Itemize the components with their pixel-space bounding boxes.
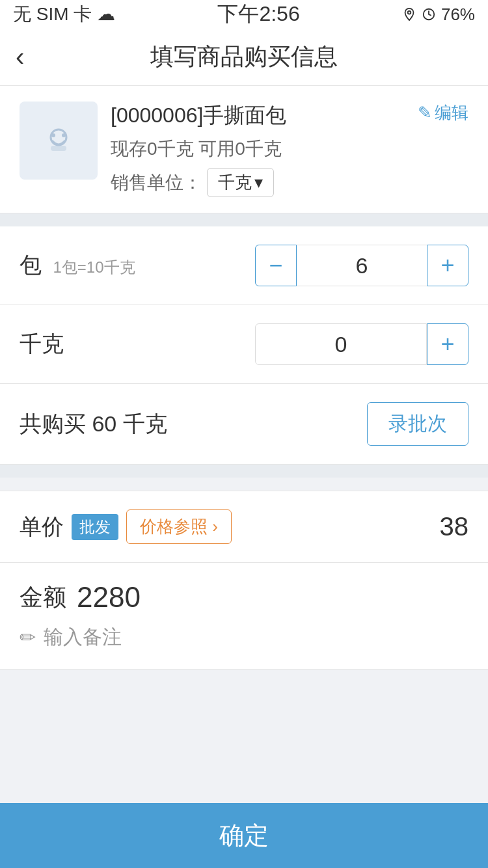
confirm-button[interactable]: 确定	[0, 803, 488, 868]
bao-input[interactable]	[297, 245, 427, 286]
price-value: 38	[440, 512, 469, 541]
kg-label: 千克	[20, 329, 255, 359]
record-batch-button[interactable]: 录批次	[367, 402, 468, 446]
separator-2	[0, 465, 488, 478]
note-icon: ✏	[20, 626, 36, 649]
bao-qty-control: − +	[255, 245, 468, 286]
product-card: [0000006]手撕面包 现存0千克 可用0千克 销售单位： 千克 ▾ ✎ 编…	[0, 86, 488, 213]
product-info: [0000006]手撕面包 现存0千克 可用0千克 销售单位： 千克 ▾	[111, 102, 405, 197]
bao-label: 包 1包=10千克	[20, 251, 255, 280]
kg-input-row: 千克 +	[0, 305, 488, 384]
price-ref-button[interactable]: 价格参照 ›	[126, 509, 232, 544]
battery-label: 76%	[441, 5, 475, 25]
svg-point-3	[62, 133, 66, 137]
amount-value: 2280	[77, 581, 141, 614]
separator-1	[0, 213, 488, 226]
kg-plus-button[interactable]: +	[427, 323, 468, 365]
sim-label: 无 SIM 卡 ☁	[13, 2, 115, 27]
alarm-icon	[422, 7, 436, 21]
kg-input[interactable]	[255, 323, 427, 365]
location-icon	[402, 7, 416, 21]
bao-plus-button[interactable]: +	[427, 245, 468, 286]
product-name: [0000006]手撕面包	[111, 102, 405, 130]
edit-icon: ✎	[418, 103, 432, 123]
note-row[interactable]: ✏ 输入备注	[20, 624, 468, 651]
total-text: 共购买 60 千克	[20, 409, 167, 439]
status-right: 76%	[402, 5, 475, 25]
kg-qty-control: +	[255, 323, 468, 365]
input-section: 包 1包=10千克 − + 千克 +	[0, 226, 488, 384]
bao-input-row: 包 1包=10千克 − +	[0, 226, 488, 305]
price-row: 单价 批发 价格参照 › 38	[20, 509, 468, 544]
price-section: 单价 批发 价格参照 › 38	[0, 491, 488, 563]
bao-minus-button[interactable]: −	[255, 245, 297, 286]
unit-label: 销售单位：	[111, 170, 202, 195]
svg-point-2	[51, 133, 55, 137]
bao-sub: 1包=10千克	[53, 258, 135, 276]
product-unit-row: 销售单位： 千克 ▾	[111, 168, 405, 197]
svg-rect-4	[51, 146, 66, 151]
price-label: 单价 批发 价格参照 ›	[20, 509, 232, 544]
total-row: 共购买 60 千克 录批次	[0, 384, 488, 465]
amount-row: 金额 2280	[20, 581, 468, 614]
note-placeholder: 输入备注	[44, 624, 122, 651]
back-button[interactable]: ‹	[16, 42, 24, 72]
amount-label: 金额	[20, 582, 66, 614]
edit-label: 编辑	[435, 102, 468, 124]
status-bar: 无 SIM 卡 ☁ 下午2:56 76%	[0, 0, 488, 29]
product-stock: 现存0千克 可用0千克	[111, 137, 405, 161]
edit-button[interactable]: ✎ 编辑	[418, 102, 468, 124]
status-left: 无 SIM 卡 ☁	[13, 2, 115, 27]
amount-section: 金额 2280 ✏ 输入备注	[0, 563, 488, 670]
unit-select[interactable]: 千克 ▾	[207, 168, 274, 197]
page-title: 填写商品购买信息	[150, 41, 338, 73]
nav-bar: ‹ 填写商品购买信息	[0, 29, 488, 86]
status-time: 下午2:56	[217, 0, 299, 29]
product-image	[20, 102, 98, 180]
price-badge: 批发	[72, 514, 118, 540]
